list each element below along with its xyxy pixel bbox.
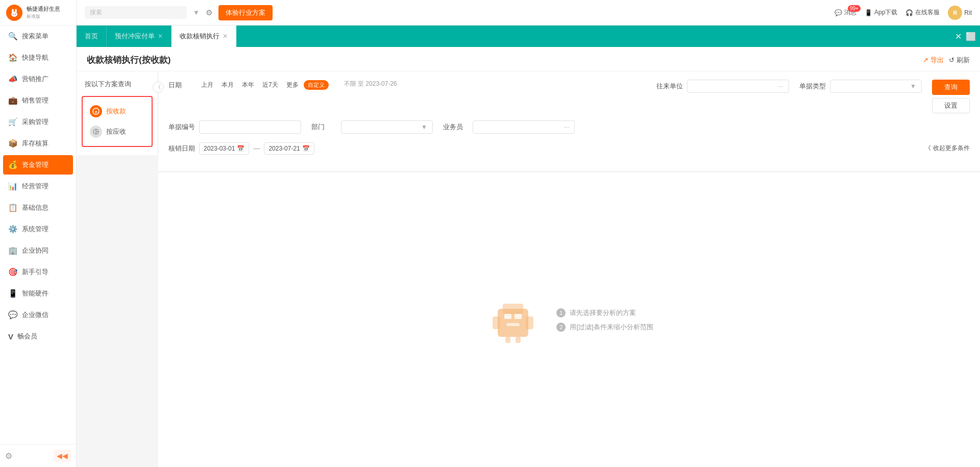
sidebar-item-marketing[interactable]: 📣 营销推广: [0, 68, 76, 90]
dept-select[interactable]: ▼: [341, 120, 433, 134]
close-tab-prepay-icon[interactable]: ✕: [158, 33, 163, 40]
sidebar-item-inventory[interactable]: 📦 库存核算: [0, 133, 76, 154]
close-tab-icon[interactable]: ✕: [955, 32, 962, 41]
service-icon: 🎧: [905, 9, 913, 16]
settings-icon[interactable]: ⚙: [5, 451, 12, 461]
collapse-filter-btn[interactable]: 《: [153, 82, 164, 93]
industry-btn[interactable]: 体验行业方案: [218, 5, 273, 20]
query-action-btns: 查询 设置: [932, 80, 970, 113]
dropdown-icon[interactable]: ▼: [193, 9, 200, 16]
partner-ellipsis-icon: ···: [778, 83, 783, 90]
online-service-btn[interactable]: 🎧 在线客服: [905, 8, 940, 17]
page-title: 收款核销执行(按收款): [87, 54, 170, 66]
date-range-separator: —: [253, 144, 260, 152]
sidebar-item-biz-mgmt[interactable]: 📊 经营管理: [0, 176, 76, 197]
dept-label: 部门: [311, 122, 337, 132]
empty-tip-2: 2 用[过滤]条件来缩小分析范围: [556, 323, 653, 332]
verify-date-end-value: 2023-07-21: [268, 145, 300, 152]
close-tab-receipt-icon[interactable]: ✕: [223, 33, 228, 40]
page-content: 收款核销执行(按收款) ↗ 导出 ↺ 刷新 按以下方案查询: [77, 47, 980, 467]
sidebar-item-label: 系统管理: [22, 225, 48, 234]
svg-rect-13: [526, 316, 533, 329]
sidebar-item-label: 库存核算: [22, 139, 48, 148]
enterprise-icon: 🏢: [8, 246, 18, 255]
tab-prepay-offset[interactable]: 预付冲应付单 ✕: [107, 26, 172, 47]
staff-label: 业务员: [443, 122, 469, 132]
staff-field: 业务员 ···: [443, 120, 575, 134]
doc-no-input[interactable]: [199, 120, 301, 134]
sidebar-item-search[interactable]: 🔍 搜索菜单: [0, 26, 76, 47]
svg-rect-11: [503, 304, 523, 314]
sidebar: 畅捷通好生意 标准版 🔍 搜索菜单 🏠 快捷导航 📣 营销推广 💼 销售管理 🛒…: [0, 0, 77, 467]
top-bar: 搜索 ▼ ⚙ 体验行业方案 💬 消息 99+ 📱 App下载 🎧 在线客服 R …: [77, 0, 980, 26]
app-download-btn[interactable]: 📱 App下载: [865, 8, 897, 17]
svg-point-2: [15, 9, 17, 12]
app-download-label: App下载: [874, 8, 897, 17]
sidebar-item-guide[interactable]: 🎯 新手引导: [0, 261, 76, 283]
message-badge: 99+: [848, 5, 861, 12]
finance-icon: 💰: [8, 160, 18, 169]
maximize-icon[interactable]: ⬜: [966, 32, 976, 41]
partner-input[interactable]: ···: [687, 80, 789, 93]
top-search-box[interactable]: 搜索: [85, 6, 187, 19]
date-custom[interactable]: 自定义: [304, 80, 329, 90]
by-receipt-icon: ¥: [90, 105, 102, 117]
sidebar-item-wechat[interactable]: 💬 企业微信: [0, 304, 76, 326]
sidebar-item-system[interactable]: ⚙️ 系统管理: [0, 218, 76, 240]
tab-receipt-offset[interactable]: 收款核销执行 ✕: [172, 26, 236, 47]
svg-rect-15: [516, 337, 521, 343]
gear-icon[interactable]: ⚙: [206, 8, 212, 17]
date-this-month[interactable]: 本月: [218, 80, 237, 90]
sales-icon: 💼: [8, 96, 18, 105]
logo-icon: [6, 5, 22, 21]
doc-type-label: 单据类型: [799, 82, 826, 91]
dept-field: 部门 ▼: [311, 120, 433, 134]
message-btn[interactable]: 💬 消息 99+: [835, 8, 856, 17]
export-btn[interactable]: ↗ 导出: [923, 56, 944, 65]
sidebar-item-label: 销售管理: [22, 96, 48, 105]
filter-option-by-receipt[interactable]: ¥ 按收款: [87, 101, 148, 121]
collapse-sidebar-icon[interactable]: ◀◀: [54, 450, 71, 462]
tip-1-text: 请先选择要分析的方案: [570, 308, 636, 317]
svg-rect-17: [514, 314, 522, 319]
online-service-label: 在线客服: [915, 8, 940, 17]
top-bar-left: 搜索 ▼ ⚙ 体验行业方案: [85, 5, 273, 20]
search-placeholder: 搜索: [90, 8, 102, 17]
verify-date-start-value: 2023-03-01: [204, 145, 235, 152]
search-icon: 🔍: [8, 32, 18, 41]
verify-date-start-input[interactable]: 2023-03-01 📅: [199, 142, 249, 155]
verify-date-end-input[interactable]: 2023-07-21 📅: [264, 142, 314, 155]
page-header: 收款核销执行(按收款) ↗ 导出 ↺ 刷新: [77, 47, 980, 71]
date-more[interactable]: 更多: [283, 80, 302, 90]
collapse-more-btn[interactable]: 《 收起更多条件: [925, 141, 970, 156]
sidebar-item-label: 新手引导: [22, 267, 48, 277]
logo-text-wrapper: 畅捷通好生意 标准版: [27, 5, 60, 19]
doc-type-select[interactable]: ▼: [830, 80, 922, 93]
filter-option-by-receivable[interactable]: 按应收: [87, 121, 148, 142]
query-btn[interactable]: 查询: [932, 80, 970, 95]
sidebar-item-hardware[interactable]: 📱 智能硬件: [0, 283, 76, 304]
verify-date-field: 核销日期 2023-03-01 📅 — 2023-07-21 📅: [168, 142, 314, 155]
settings-btn[interactable]: 设置: [932, 98, 970, 113]
main-content: 搜索 ▼ ⚙ 体验行业方案 💬 消息 99+ 📱 App下载 🎧 在线客服 R …: [77, 0, 980, 467]
logo-badge: 标准版: [27, 13, 60, 20]
date-last-month[interactable]: 上月: [198, 80, 216, 90]
sidebar-item-label: 企业微信: [22, 310, 48, 319]
tab-home[interactable]: 首页: [77, 26, 107, 47]
date-last-7[interactable]: 近7天: [259, 80, 281, 90]
sidebar-item-label: 快捷导航: [22, 53, 48, 62]
date-this-year[interactable]: 本年: [239, 80, 257, 90]
sidebar-item-sales[interactable]: 💼 销售管理: [0, 90, 76, 111]
sidebar-item-purchase[interactable]: 🛒 采购管理: [0, 111, 76, 133]
message-icon: 💬: [835, 9, 842, 16]
sidebar-item-enterprise[interactable]: 🏢 企业协同: [0, 240, 76, 261]
refresh-btn[interactable]: ↺ 刷新: [949, 56, 970, 65]
sidebar-item-basic-info[interactable]: 📋 基础信息: [0, 197, 76, 218]
sidebar-item-finance[interactable]: 💰 资金管理: [3, 155, 73, 175]
user-profile[interactable]: R Rit: [948, 6, 972, 20]
sidebar-item-member[interactable]: V 畅会员: [0, 326, 76, 347]
sidebar-item-label: 经营管理: [22, 182, 48, 191]
sidebar-item-quick-nav[interactable]: 🏠 快捷导航: [0, 47, 76, 68]
purchase-icon: 🛒: [8, 117, 18, 127]
staff-input[interactable]: ···: [473, 120, 575, 134]
